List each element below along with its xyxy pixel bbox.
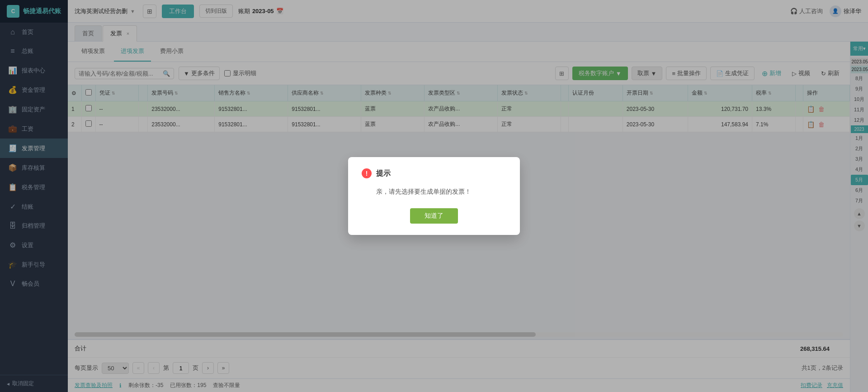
warning-icon: ! [362, 168, 372, 178]
modal-dialog: ! 提示 亲，请先选择要生成单据的发票！ 知道了 [348, 157, 520, 234]
modal-body: 亲，请先选择要生成单据的发票！ [362, 186, 506, 196]
modal-title: 提示 [376, 169, 391, 178]
modal-overlay: ! 提示 亲，请先选择要生成单据的发票！ 知道了 [0, 0, 868, 392]
modal-ok-button[interactable]: 知道了 [410, 208, 458, 224]
modal-message: 亲，请先选择要生成单据的发票！ [376, 188, 471, 195]
modal-footer: 知道了 [362, 208, 506, 224]
modal-header: ! 提示 [362, 168, 506, 178]
